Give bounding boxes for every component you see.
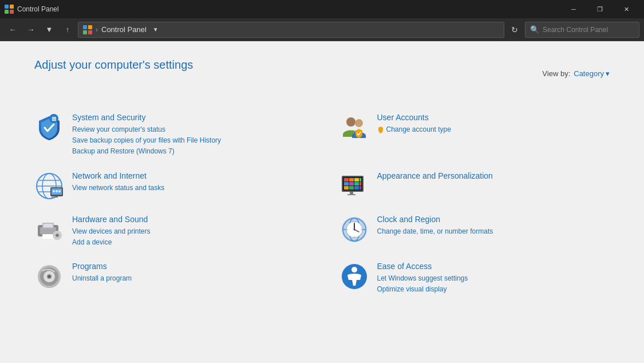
category-programs: Programs Uninstall a program	[34, 255, 305, 302]
svg-rect-32	[359, 182, 361, 186]
category-ease-of-access: Ease of Access Let Windows suggest setti…	[339, 255, 610, 302]
svg-rect-31	[354, 182, 359, 186]
category-system-security: ⊞ System and Security Review your comput…	[34, 106, 305, 164]
category-network-internet: Network and Internet View network status…	[34, 164, 305, 208]
svg-rect-37	[350, 192, 353, 194]
appearance-title[interactable]: Appearance and Personalization	[377, 171, 610, 180]
up-button[interactable]: ↑	[60, 22, 76, 38]
user-accounts-content: User Accounts Change account type	[377, 113, 610, 135]
dropdown-recent-icon: ▼	[46, 25, 53, 34]
svg-rect-19	[54, 196, 58, 198]
app-icon	[5, 5, 14, 14]
svg-point-20	[53, 190, 55, 192]
category-clock-region: Clock and Region Change date, time, or n…	[339, 208, 610, 255]
page-title: Adjust your computer's settings	[34, 58, 193, 72]
hardware-sound-content: Hardware and Sound View devices and prin…	[72, 215, 305, 248]
clock-region-icon	[339, 215, 369, 244]
svg-rect-28	[359, 178, 361, 182]
minimize-button[interactable]: ─	[560, 0, 587, 18]
ease-of-access-icon	[339, 262, 369, 291]
svg-point-11	[355, 119, 363, 127]
content-inner: Adjust your computer's settings View by:…	[0, 41, 644, 319]
category-appearance: Appearance and Personalization	[339, 164, 610, 208]
title-bar-text: Control Panel	[17, 5, 59, 13]
hardware-sound-link-2[interactable]: Add a device	[72, 237, 305, 248]
breadcrumb-separator: ›	[96, 26, 98, 34]
search-input[interactable]	[543, 26, 634, 34]
view-by-chevron-icon: ▾	[606, 69, 610, 78]
svg-rect-33	[344, 186, 349, 190]
network-internet-icon	[34, 171, 64, 201]
up-icon: ↑	[66, 25, 70, 34]
restore-button[interactable]: ❐	[587, 0, 613, 18]
appearance-content: Appearance and Personalization	[377, 171, 610, 183]
appearance-icon	[339, 171, 369, 201]
svg-rect-43	[42, 234, 54, 239]
forward-button[interactable]: →	[23, 22, 39, 38]
back-icon: ←	[9, 25, 17, 34]
network-internet-link-1[interactable]: View network status and tasks	[72, 183, 305, 194]
svg-rect-35	[354, 186, 359, 190]
categories-grid: ⊞ System and Security Review your comput…	[34, 106, 610, 302]
svg-rect-1	[10, 5, 14, 9]
svg-rect-30	[349, 182, 354, 186]
svg-point-10	[346, 117, 355, 127]
svg-rect-34	[349, 186, 354, 190]
address-dropdown-button[interactable]: ▼	[150, 22, 161, 38]
svg-rect-0	[5, 5, 9, 9]
svg-rect-4	[83, 25, 87, 29]
back-button[interactable]: ←	[5, 22, 21, 38]
programs-content: Programs Uninstall a program	[72, 262, 305, 284]
ease-of-access-link-1[interactable]: Let Windows suggest settings	[377, 273, 610, 284]
breadcrumb-icon	[83, 25, 92, 34]
title-bar: Control Panel ─ ❐ ✕	[0, 0, 644, 18]
user-accounts-link-1[interactable]: Change account type	[377, 124, 610, 135]
view-by-label: View by:	[542, 69, 570, 78]
address-field[interactable]: › Control Panel ▼	[78, 22, 504, 38]
system-security-title[interactable]: System and Security	[72, 113, 305, 122]
svg-point-21	[56, 190, 58, 192]
programs-title[interactable]: Programs	[72, 262, 305, 271]
svg-rect-26	[349, 178, 354, 182]
system-security-link-3[interactable]: Backup and Restore (Windows 7)	[72, 146, 305, 157]
svg-point-63	[48, 275, 50, 278]
title-bar-left: Control Panel	[5, 5, 59, 14]
search-box[interactable]: 🔍	[525, 22, 639, 38]
svg-point-22	[58, 190, 61, 192]
svg-rect-27	[354, 178, 359, 182]
clock-region-content: Clock and Region Change date, time, or n…	[377, 215, 610, 237]
ease-of-access-content: Ease of Access Let Windows suggest setti…	[377, 262, 610, 295]
system-security-content: System and Security Review your computer…	[72, 113, 305, 157]
system-security-link-2[interactable]: Save backup copies of your files with Fi…	[72, 135, 305, 146]
ease-of-access-title[interactable]: Ease of Access	[377, 262, 610, 271]
view-by-dropdown[interactable]: Category ▾	[574, 69, 610, 78]
svg-rect-2	[5, 10, 9, 14]
programs-link-1[interactable]: Uninstall a program	[72, 273, 305, 284]
view-by: View by: Category ▾	[542, 69, 610, 78]
svg-point-65	[351, 267, 357, 273]
svg-rect-5	[88, 25, 92, 29]
address-bar: ← → ▼ ↑ › Control Panel ▼ ↻ 🔍	[0, 18, 644, 41]
system-security-link-1[interactable]: Review your computer's status	[72, 124, 305, 135]
forward-icon: →	[27, 25, 35, 34]
clock-region-link-1[interactable]: Change date, time, or number formats	[377, 226, 610, 237]
user-accounts-title[interactable]: User Accounts	[377, 113, 610, 122]
user-accounts-icon	[339, 113, 369, 143]
svg-rect-36	[359, 186, 361, 190]
category-hardware-sound: Hardware and Sound View devices and prin…	[34, 208, 305, 255]
svg-rect-29	[344, 182, 349, 186]
svg-rect-42	[44, 224, 53, 227]
hardware-sound-title[interactable]: Hardware and Sound	[72, 215, 305, 224]
refresh-icon: ↻	[511, 25, 518, 34]
hardware-sound-link-1[interactable]: View devices and printers	[72, 226, 305, 237]
category-user-accounts: User Accounts Change account type	[339, 106, 610, 164]
refresh-button[interactable]: ↻	[507, 22, 523, 38]
close-button[interactable]: ✕	[613, 0, 639, 18]
title-bar-controls: ─ ❐ ✕	[560, 0, 639, 18]
network-internet-title[interactable]: Network and Internet	[72, 171, 305, 180]
clock-region-title[interactable]: Clock and Region	[377, 215, 610, 224]
programs-icon	[34, 262, 64, 291]
dropdown-recent-button[interactable]: ▼	[41, 22, 57, 38]
content-area: Adjust your computer's settings View by:…	[0, 41, 644, 363]
ease-of-access-link-2[interactable]: Optimize visual display	[377, 284, 610, 295]
